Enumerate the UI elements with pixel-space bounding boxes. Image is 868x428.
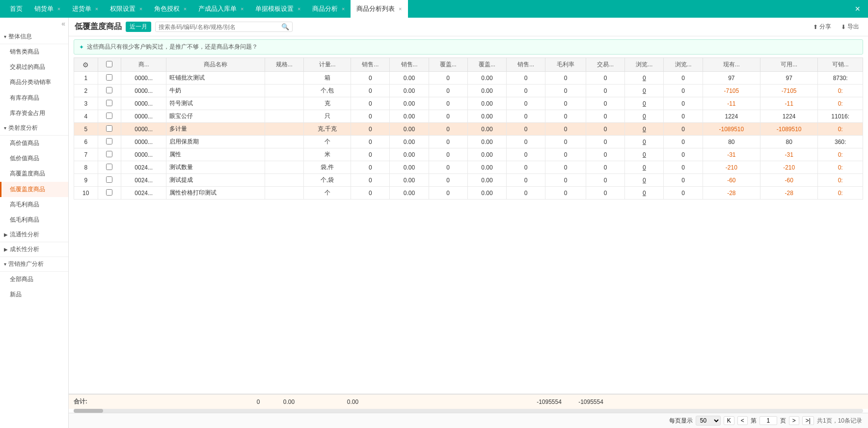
cell-checkbox[interactable]: [98, 161, 121, 174]
cell-sellable: 8730:: [818, 72, 863, 85]
th-code[interactable]: 商...: [121, 58, 166, 72]
cell-current: -60: [703, 174, 760, 187]
cell-browse1[interactable]: 0: [625, 97, 664, 110]
last-page-button[interactable]: >|: [802, 416, 814, 425]
per-page-select[interactable]: 50 20 100 200: [696, 416, 721, 426]
nav-close-product-analysis-list[interactable]: ×: [399, 6, 402, 12]
th-checkbox[interactable]: [98, 58, 121, 72]
cell-sales2: 0.00: [390, 174, 429, 187]
cell-margin: 0: [545, 174, 586, 187]
th-unit[interactable]: 计量...: [303, 58, 351, 72]
th-margin[interactable]: 毛利率: [545, 58, 586, 72]
cell-checkbox[interactable]: [98, 97, 121, 110]
cell-browse1[interactable]: 0: [625, 187, 664, 200]
sidebar-section-coverage[interactable]: ▾ 类射度分析: [0, 121, 68, 136]
first-page-button[interactable]: K: [724, 416, 734, 425]
sidebar-item-new-products[interactable]: 新品: [0, 287, 68, 302]
sidebar-item-low-margin[interactable]: 低毛利商品: [0, 212, 68, 228]
cell-checkbox[interactable]: [98, 110, 121, 123]
export-button[interactable]: ⬇ 导出: [838, 22, 862, 32]
th-current[interactable]: 现有...: [703, 58, 760, 72]
th-avail[interactable]: 可用...: [760, 58, 818, 72]
select-all-checkbox[interactable]: [106, 61, 112, 67]
cell-checkbox[interactable]: [98, 187, 121, 200]
cell-browse2: 0: [664, 174, 703, 187]
share-button[interactable]: ⬆ 分享: [810, 22, 834, 32]
nav-permissions[interactable]: 权限设置 ×: [104, 0, 148, 18]
cell-checkbox[interactable]: [98, 72, 121, 85]
cell-browse1[interactable]: 0: [625, 148, 664, 161]
sidebar-item-category-turnover[interactable]: 商品分类动销率: [0, 75, 68, 90]
cell-browse1[interactable]: 0: [625, 85, 664, 97]
cell-checkbox[interactable]: [98, 174, 121, 187]
nav-close-template-settings[interactable]: ×: [298, 6, 300, 12]
total-records-info: 共1页，10条记录: [817, 417, 862, 425]
nav-close-product-warehousing[interactable]: ×: [241, 6, 244, 12]
cell-sales1: 0: [351, 123, 390, 136]
th-settings[interactable]: ⚙: [74, 58, 98, 72]
sidebar-item-inventory-capital[interactable]: 库存资金占用: [0, 106, 68, 121]
cell-checkbox[interactable]: [98, 136, 121, 148]
th-cover1[interactable]: 覆盖...: [429, 58, 467, 72]
nav-close-purchase-order[interactable]: ×: [95, 6, 98, 12]
sidebar-item-all-products[interactable]: 全部商品: [0, 272, 68, 287]
cell-checkbox[interactable]: [98, 148, 121, 161]
cell-checkbox[interactable]: [98, 123, 121, 136]
nav-close-roles[interactable]: ×: [184, 6, 187, 12]
horizontal-scrollbar[interactable]: [74, 409, 863, 413]
cell-browse1[interactable]: 0: [625, 174, 664, 187]
sidebar-item-high-coverage[interactable]: 高覆盖度商品: [0, 166, 68, 181]
th-trans[interactable]: 交易...: [586, 58, 625, 72]
period-button[interactable]: 近一月: [126, 22, 151, 32]
sidebar-collapse-btn[interactable]: «: [0, 18, 68, 29]
sidebar-section-flow[interactable]: ▶ 流通性分析: [0, 228, 68, 242]
cell-browse2: 0: [664, 136, 703, 148]
nav-purchase-order[interactable]: 进货单 ×: [66, 0, 104, 18]
cell-browse1[interactable]: 0: [625, 161, 664, 174]
nav-sales-order[interactable]: 销货单 ×: [28, 0, 66, 18]
th-sales2[interactable]: 销售...: [390, 58, 429, 72]
sidebar-item-sales-products[interactable]: 销售类商品: [0, 44, 68, 59]
nav-home[interactable]: 首页: [4, 0, 28, 18]
cell-browse1[interactable]: 0: [625, 72, 664, 85]
sidebar-item-high-value[interactable]: 高价值商品: [0, 136, 68, 151]
cell-browse2: 0: [664, 148, 703, 161]
next-page-button[interactable]: >: [789, 416, 799, 425]
th-browse1[interactable]: 浏览...: [625, 58, 664, 72]
cell-browse1[interactable]: 0: [625, 123, 664, 136]
sidebar-item-low-coverage[interactable]: 低覆盖度商品: [0, 182, 68, 197]
total-page-label: 页: [780, 417, 786, 425]
nav-product-warehousing[interactable]: 产成品入库单 ×: [192, 0, 249, 18]
sidebar-item-high-margin[interactable]: 高毛利商品: [0, 197, 68, 212]
info-banner: ✦ 这些商品只有很少客户购买过，是推广不够，还是商品本身问题？: [74, 39, 863, 55]
nav-template-settings[interactable]: 单据模板设置 ×: [249, 0, 306, 18]
nav-close-sales-order[interactable]: ×: [57, 6, 60, 12]
sidebar-item-low-value[interactable]: 低价值商品: [0, 151, 68, 166]
cell-checkbox[interactable]: [98, 85, 121, 97]
sidebar-section-growth[interactable]: ▶ 成长性分析: [0, 242, 68, 257]
th-name[interactable]: 商品名称: [166, 58, 265, 72]
nav-close-permissions[interactable]: ×: [139, 6, 142, 12]
sidebar-section-marketing[interactable]: ▾ 营销推广分析: [0, 257, 68, 272]
window-close-button[interactable]: ×: [851, 4, 864, 14]
prev-page-button[interactable]: <: [737, 416, 748, 425]
nav-roles[interactable]: 角色授权 ×: [148, 0, 192, 18]
th-spec[interactable]: 规格...: [265, 58, 303, 72]
search-input[interactable]: [159, 24, 281, 30]
sidebar-item-in-stock-products[interactable]: 有库存商品: [0, 90, 68, 106]
cell-cover2: 0.00: [467, 110, 506, 123]
nav-close-product-analysis[interactable]: ×: [342, 6, 345, 12]
current-page-input[interactable]: [760, 416, 777, 425]
cell-browse1[interactable]: 0: [625, 136, 664, 148]
th-sales3[interactable]: 销售...: [507, 58, 545, 72]
th-cover2[interactable]: 覆盖...: [467, 58, 506, 72]
th-browse2[interactable]: 浏览...: [664, 58, 703, 72]
sidebar-section-overall[interactable]: ▾ 整体信息: [0, 29, 68, 44]
th-sales1[interactable]: 销售...: [351, 58, 390, 72]
cell-sales3: 0: [507, 123, 545, 136]
cell-browse1[interactable]: 0: [625, 110, 664, 123]
nav-product-analysis-list[interactable]: 商品分析列表 ×: [351, 0, 407, 18]
th-sellable[interactable]: 可销...: [818, 58, 863, 72]
sidebar-item-traded-products[interactable]: 交易过的商品: [0, 59, 68, 75]
nav-product-analysis[interactable]: 商品分析 ×: [306, 0, 351, 18]
